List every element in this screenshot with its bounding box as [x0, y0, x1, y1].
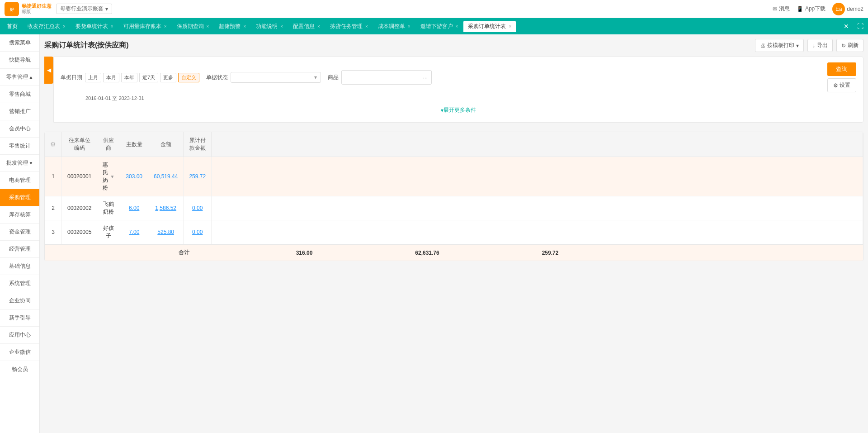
workspace-selector[interactable]: 母婴行业演示账套 ▾ [56, 4, 112, 14]
expand-icon[interactable]: ▼ [110, 174, 114, 179]
sidebar-item-operation[interactable]: 经营管理 [0, 241, 39, 258]
tab-pick-task[interactable]: 拣货任务管理 × [326, 21, 373, 32]
main-area: 搜索菜单 快捷导航 零售管理 ▲ 零售商城 营销推广 会员中心 零售统计 批发管… [0, 34, 868, 433]
sidebar-item-search[interactable]: 搜索菜单 [0, 34, 39, 52]
table-footer: 合计 316.00 62,631.76 259.72 [45, 244, 863, 261]
sidebar-item-ecommerce[interactable]: 电商管理 [0, 172, 39, 189]
footer-amount: 62,631.76 [366, 250, 489, 256]
close-icon[interactable]: × [164, 24, 167, 29]
row-paid[interactable]: 0.00 [184, 220, 212, 244]
close-icon[interactable]: × [317, 24, 320, 29]
sidebar-item-member2[interactable]: 畅会员 [0, 361, 39, 378]
date-btn-this-year[interactable]: 本年 [121, 73, 137, 82]
sidebar-item-new-guide[interactable]: 新手引导 [0, 309, 39, 327]
sidebar-item-label: 零售商城 [2, 90, 37, 98]
tab-available-stock[interactable]: 可用量库存账本 × [119, 21, 171, 32]
close-icon[interactable]: × [456, 24, 458, 29]
content-area: 采购订单统计表(按供应商) 🖨 按模板打印 ▾ ↓ 导出 ↻ 刷新 [40, 34, 868, 433]
print-button[interactable]: 🖨 按模板打印 ▾ [755, 39, 804, 52]
row-amount[interactable]: 1,586.52 [148, 196, 184, 220]
tab-purchase-stat[interactable]: 采购订单统计表 × [463, 21, 516, 32]
refresh-button[interactable]: ↻ 刷新 [836, 39, 863, 52]
settings-button[interactable]: ⚙ 设置 [827, 78, 856, 92]
close-icon[interactable]: × [207, 24, 209, 29]
sidebar-item-quick-nav[interactable]: 快捷导航 [0, 52, 39, 69]
close-icon[interactable]: × [111, 24, 113, 29]
close-tab-button[interactable]: ✕ [841, 22, 851, 31]
sidebar-item-basic-info[interactable]: 基础信息 [0, 258, 39, 275]
row-amount[interactable]: 525.80 [148, 220, 184, 244]
row-amount[interactable]: 60,519.44 [148, 157, 184, 196]
tab-label: 保质期查询 [177, 23, 204, 30]
status-select[interactable]: ▾ [231, 72, 321, 83]
sidebar-item-purchase[interactable]: 采购管理 [0, 189, 39, 206]
row-paid[interactable]: 259.72 [184, 157, 212, 196]
tab-home[interactable]: 首页 [2, 21, 22, 32]
maximize-tab-button[interactable]: ⛶ [855, 22, 866, 31]
row-quantity[interactable]: 7.00 [120, 220, 148, 244]
close-icon[interactable]: × [280, 24, 283, 29]
close-icon[interactable]: × [408, 24, 410, 29]
sidebar-item-label: 基础信息 [2, 262, 37, 270]
tab-demand-stat[interactable]: 要货单统计表 × [71, 21, 118, 32]
settings-label: 设置 [840, 81, 850, 89]
export-button[interactable]: ↓ 导出 [807, 39, 833, 52]
close-icon[interactable]: × [509, 24, 511, 29]
app-download-button[interactable]: 📱 App下载 [797, 5, 826, 13]
query-button[interactable]: 查询 [827, 62, 856, 76]
sidebar-item-member[interactable]: 会员中心 [0, 120, 39, 138]
date-btn-7days[interactable]: 近7天 [139, 73, 158, 82]
expand-more-button[interactable]: ▾ 展开更多条件 [61, 104, 856, 117]
close-icon[interactable]: × [365, 24, 368, 29]
message-button[interactable]: ✉ 消息 [773, 5, 790, 13]
date-btn-more[interactable]: 更多 [160, 73, 176, 82]
row-paid[interactable]: 0.00 [184, 196, 212, 220]
col-supplier: 供应商 [97, 132, 120, 157]
sidebar-item-wholesale[interactable]: 批发管理 ▼ [0, 155, 39, 172]
tab-collect-pay[interactable]: 收发存汇总表 × [23, 21, 70, 32]
date-custom-badge[interactable]: 自定义 [178, 73, 199, 82]
sidebar-item-enterprise-wechat[interactable]: 企业微信 [0, 344, 39, 361]
row-supplier: 惠氏奶粉 ▼ [97, 157, 120, 196]
date-btn-this-month[interactable]: 本月 [103, 73, 119, 82]
sidebar-item-retail[interactable]: 零售管理 ▲ [0, 69, 39, 86]
sidebar-item-enterprise[interactable]: 企业协同 [0, 292, 39, 309]
tab-expiry-check[interactable]: 保质期查询 × [172, 21, 214, 32]
avatar: Ea [832, 3, 845, 15]
tab-function-desc[interactable]: 功能说明 × [251, 21, 288, 32]
workspace-label: 母婴行业演示账套 [60, 5, 104, 13]
row-code: 00020002 [62, 196, 97, 220]
user-area[interactable]: Ea demo2 [832, 3, 863, 15]
sidebar-item-retail-mall[interactable]: 零售商城 [0, 86, 39, 103]
tab-label: 超储预警 [219, 23, 241, 30]
sidebar-item-stock[interactable]: 库存核算 [0, 206, 39, 224]
ellipsis-icon[interactable]: ··· [423, 74, 428, 81]
row-index: 3 [45, 220, 62, 244]
tab-config-info[interactable]: 配置信息 × [288, 21, 325, 32]
footer-paid: 259.72 [489, 250, 612, 256]
tab-overstock-warn[interactable]: 超储预警 × [214, 21, 250, 32]
sidebar-item-marketing[interactable]: 营销推广 [0, 103, 39, 120]
date-btn-last-month[interactable]: 上月 [85, 73, 101, 82]
table-row: 3 00020005 好孩子 7.00 525.80 0.00 [45, 220, 863, 244]
row-spacer [212, 220, 863, 244]
sidebar-item-label: 畅会员 [2, 366, 37, 373]
sidebar-item-app-center[interactable]: 应用中心 [0, 327, 39, 344]
sidebar-item-label: 资金管理 [2, 228, 37, 236]
sidebar-item-retail-stat[interactable]: 零售统计 [0, 138, 39, 155]
goods-input[interactable] [345, 72, 423, 82]
collapse-button[interactable]: ◀ [44, 57, 53, 84]
row-quantity[interactable]: 303.00 [120, 157, 148, 196]
tab-cost-adjust[interactable]: 成本调整单 × [373, 21, 415, 32]
tab-invite-downstream[interactable]: 邀请下游客户 × [416, 21, 463, 32]
goods-filter-label: 商品 [328, 74, 339, 81]
row-quantity[interactable]: 6.00 [120, 196, 148, 220]
goods-input-wrapper: ··· [341, 70, 432, 85]
col-amount: 金额 [148, 132, 184, 157]
sidebar-item-system[interactable]: 系统管理 [0, 275, 39, 292]
gear-icon[interactable]: ⚙ [50, 141, 56, 148]
close-icon[interactable]: × [63, 24, 66, 29]
tab-label: 可用量库存账本 [123, 23, 161, 30]
close-icon[interactable]: × [243, 24, 246, 29]
sidebar-item-capital[interactable]: 资金管理 [0, 224, 39, 241]
